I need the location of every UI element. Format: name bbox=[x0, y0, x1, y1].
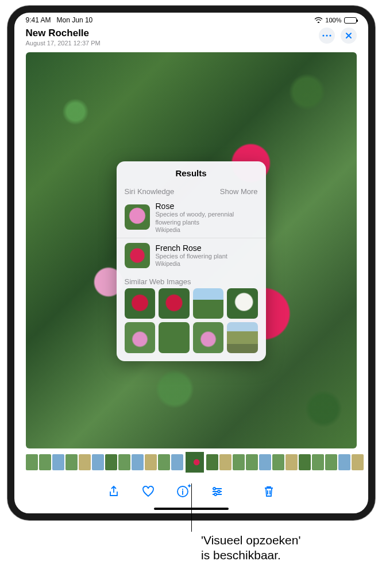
svg-point-6 bbox=[214, 493, 217, 496]
status-date: Mon Jun 10 bbox=[57, 16, 93, 24]
more-button[interactable] bbox=[319, 28, 335, 44]
photo-thumbnail-strip[interactable] bbox=[14, 448, 368, 474]
results-title: Results bbox=[117, 168, 266, 184]
similar-images-label: Similar Web Images bbox=[117, 273, 266, 288]
thumbnail[interactable] bbox=[132, 454, 144, 470]
photo-header: New Rochelle August 17, 2021 12:37 PM bbox=[14, 25, 368, 50]
thumbnail[interactable] bbox=[338, 454, 350, 470]
result-thumbnail bbox=[125, 204, 150, 230]
close-button[interactable] bbox=[341, 28, 357, 44]
thumbnail[interactable] bbox=[219, 454, 231, 470]
similar-image-thumb[interactable] bbox=[193, 288, 224, 319]
photo-viewer[interactable]: Results Siri Knowledge Show More Rose Sp… bbox=[26, 52, 357, 448]
callout-annotation: 'Visueel opzoeken' is beschikbaar. bbox=[201, 533, 300, 563]
status-bar: 9:41 AM Mon Jun 10 100% bbox=[14, 13, 368, 25]
svg-point-5 bbox=[218, 490, 220, 493]
similar-image-thumb[interactable] bbox=[125, 288, 156, 319]
battery-icon bbox=[344, 17, 357, 24]
thumbnail[interactable] bbox=[145, 454, 157, 470]
thumbnail[interactable] bbox=[39, 454, 51, 470]
thumbnail[interactable] bbox=[65, 454, 78, 470]
delete-button[interactable] bbox=[261, 484, 276, 499]
thumbnail[interactable] bbox=[206, 454, 218, 470]
svg-point-1 bbox=[326, 34, 327, 36]
similar-image-thumb[interactable] bbox=[125, 322, 156, 353]
location-title: New Rochelle bbox=[26, 28, 101, 39]
thumbnail[interactable] bbox=[79, 454, 91, 470]
favorite-button[interactable] bbox=[141, 484, 156, 499]
similar-image-thumb[interactable] bbox=[227, 322, 258, 353]
siri-result-item[interactable]: Rose Species of woody, perennial floweri… bbox=[117, 197, 266, 238]
result-thumbnail bbox=[125, 243, 150, 268]
result-source: Wikipedia bbox=[156, 227, 258, 233]
thumbnail[interactable] bbox=[246, 454, 258, 470]
siri-knowledge-label: Siri Knowledge bbox=[125, 187, 175, 196]
thumbnail[interactable] bbox=[325, 454, 337, 470]
similar-image-thumb[interactable] bbox=[227, 288, 258, 319]
status-time: 9:41 AM bbox=[26, 16, 51, 24]
thumbnail[interactable] bbox=[272, 454, 284, 470]
result-name: Rose bbox=[156, 202, 258, 211]
result-desc: Species of flowering plant bbox=[156, 253, 227, 261]
thumbnail[interactable] bbox=[233, 454, 245, 470]
photo-datetime: August 17, 2021 12:37 PM bbox=[26, 40, 101, 47]
similar-image-thumb[interactable] bbox=[159, 288, 190, 319]
result-name: French Rose bbox=[156, 243, 227, 253]
result-desc: Species of woody, perennial flowering pl… bbox=[156, 211, 258, 227]
wifi-icon bbox=[314, 17, 323, 24]
edit-button[interactable] bbox=[210, 484, 225, 499]
thumbnail[interactable] bbox=[92, 454, 104, 470]
thumbnail[interactable] bbox=[312, 454, 324, 470]
thumbnail[interactable] bbox=[259, 454, 271, 470]
thumbnail[interactable] bbox=[52, 454, 64, 470]
result-source: Wikipedia bbox=[156, 261, 227, 267]
thumbnail[interactable] bbox=[26, 454, 38, 470]
thumbnail[interactable] bbox=[118, 454, 130, 470]
svg-point-4 bbox=[213, 488, 215, 490]
thumbnail[interactable] bbox=[352, 454, 364, 470]
thumbnail[interactable] bbox=[158, 454, 170, 470]
thumbnail[interactable] bbox=[299, 454, 311, 470]
svg-point-2 bbox=[329, 34, 331, 36]
similar-image-thumb[interactable] bbox=[159, 322, 190, 353]
similar-image-thumb[interactable] bbox=[193, 322, 224, 353]
show-more-link[interactable]: Show More bbox=[220, 187, 258, 196]
thumbnail[interactable] bbox=[105, 454, 117, 470]
siri-result-item[interactable]: French Rose Species of flowering plant W… bbox=[117, 238, 266, 273]
thumbnail[interactable] bbox=[285, 454, 298, 470]
thumbnail-selected[interactable] bbox=[184, 451, 205, 474]
battery-percent: 100% bbox=[325, 17, 341, 24]
visual-lookup-info-button[interactable]: ✦ bbox=[175, 484, 190, 499]
similar-images-grid bbox=[117, 288, 266, 355]
callout-line bbox=[191, 483, 192, 532]
svg-point-0 bbox=[322, 34, 324, 36]
visual-lookup-results-popup: Results Siri Knowledge Show More Rose Sp… bbox=[117, 161, 266, 361]
share-button[interactable] bbox=[106, 484, 121, 499]
thumbnail[interactable] bbox=[171, 454, 183, 470]
